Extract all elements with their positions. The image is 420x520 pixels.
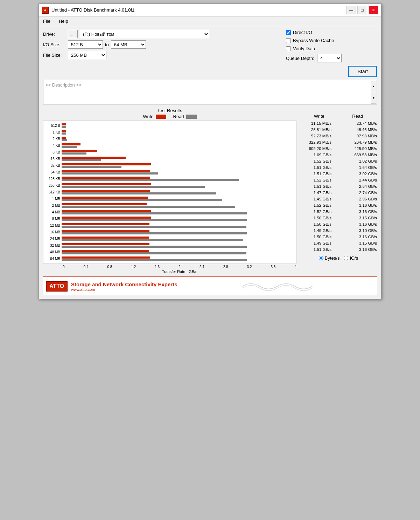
result-read-value: 48.46 MB/s bbox=[345, 128, 377, 132]
result-read-value: 3.10 GB/s bbox=[345, 228, 377, 233]
result-read-value: 23.74 MB/s bbox=[345, 121, 377, 125]
read-bar bbox=[62, 166, 121, 168]
minimize-button[interactable]: — bbox=[346, 6, 356, 14]
result-row: 1.51 GB/s2.64 GB/s bbox=[300, 183, 377, 190]
menu-file[interactable]: File bbox=[42, 18, 52, 25]
chart-container: 512 B1 KB2 KB4 KB8 KB16 KB32 KB64 KB128 … bbox=[43, 121, 296, 264]
bar-pair bbox=[62, 182, 296, 189]
read-bar bbox=[62, 152, 86, 155]
result-write-value: 1.50 GB/s bbox=[300, 216, 331, 220]
controls-row: Drive: ... (F:) Новый том I/O Size: 512 … bbox=[43, 30, 377, 77]
write-bar bbox=[62, 217, 151, 219]
x-axis-container: 00.40.81.21.622.42.83.23.64 Transfer Rat… bbox=[63, 264, 296, 274]
queue-depth-row: Queue Depth: 4 bbox=[286, 54, 377, 62]
direct-io-label[interactable]: Direct I/O bbox=[293, 30, 312, 35]
result-write-value: 1.52 GB/s bbox=[300, 203, 331, 207]
read-bar bbox=[62, 219, 247, 221]
y-label: 32 MB bbox=[43, 242, 60, 249]
drive-label: Drive: bbox=[43, 32, 66, 37]
result-read-value: 3.16 GB/s bbox=[345, 247, 377, 252]
io-label[interactable]: IO/s bbox=[350, 255, 358, 261]
write-bar bbox=[62, 210, 151, 212]
bar-pair bbox=[62, 136, 296, 142]
main-content: Drive: ... (F:) Новый том I/O Size: 512 … bbox=[39, 26, 381, 299]
read-bar bbox=[62, 172, 158, 175]
direct-io-checkbox[interactable] bbox=[286, 30, 291, 35]
result-write-value: 1.52 GB/s bbox=[300, 210, 331, 214]
maximize-button[interactable]: □ bbox=[357, 6, 367, 14]
verify-data-row: Verify Data bbox=[286, 46, 377, 51]
description-area: << Description >> ▲ ▼ bbox=[43, 80, 377, 104]
io-radio-item: IO/s bbox=[344, 255, 358, 261]
io-size-from-select[interactable]: 512 B bbox=[68, 40, 103, 49]
result-row: 1.51 GB/s3.16 GB/s bbox=[300, 246, 377, 253]
drive-select[interactable]: (F:) Новый том bbox=[80, 30, 209, 38]
browse-button[interactable]: ... bbox=[68, 30, 78, 38]
result-write-value: 1.09 GB/s bbox=[300, 153, 331, 157]
scroll-down-button[interactable]: ▼ bbox=[371, 92, 376, 104]
read-bar bbox=[62, 252, 246, 254]
bytes-radio[interactable] bbox=[319, 256, 323, 260]
file-size-select[interactable]: 256 MB bbox=[68, 51, 106, 59]
x-axis-tick: 0 bbox=[63, 265, 65, 269]
bar-pair bbox=[62, 229, 296, 235]
close-button[interactable]: ✕ bbox=[369, 6, 378, 14]
read-bar bbox=[62, 206, 235, 208]
result-read-value: 2.96 GB/s bbox=[345, 197, 377, 201]
result-write-value: 1.45 GB/s bbox=[300, 197, 331, 201]
window-title: Untitled - ATTO Disk Benchmark 4.01.0f1 bbox=[51, 7, 134, 13]
result-row: 609.20 MB/s425.90 MB/s bbox=[300, 145, 377, 152]
result-read-value: 2.74 GB/s bbox=[345, 191, 377, 195]
result-row: 1.52 GB/s3.16 GB/s bbox=[300, 208, 377, 215]
menu-help[interactable]: Help bbox=[57, 18, 70, 25]
result-row: 1.51 GB/s3.02 GB/s bbox=[300, 171, 377, 177]
y-label: 8 MB bbox=[43, 216, 60, 222]
section-title: Test Results bbox=[43, 108, 296, 113]
result-read-value: 1.64 GB/s bbox=[345, 165, 377, 170]
title-controls: — □ ✕ bbox=[346, 6, 378, 14]
y-label: 12 MB bbox=[43, 223, 60, 229]
verify-data-checkbox[interactable] bbox=[286, 46, 291, 51]
result-write-value: 1.52 GB/s bbox=[300, 178, 331, 182]
y-label: 8 KB bbox=[43, 149, 60, 156]
result-row: 322.93 MB/s264.79 MB/s bbox=[300, 139, 377, 145]
x-axis-tick: 4 bbox=[294, 265, 296, 269]
result-write-value: 1.49 GB/s bbox=[300, 228, 331, 233]
write-legend-label: Write bbox=[143, 114, 153, 119]
file-size-row: File Size: 256 MB bbox=[43, 51, 279, 59]
x-axis-tick: 3.2 bbox=[247, 265, 252, 269]
io-size-label: I/O Size: bbox=[43, 42, 66, 47]
result-write-value: 11.15 MB/s bbox=[300, 121, 331, 125]
start-button[interactable]: Start bbox=[348, 66, 377, 77]
x-axis-tick: 3.6 bbox=[271, 265, 275, 269]
read-bar bbox=[62, 246, 247, 248]
io-size-to-select[interactable]: 64 MB bbox=[111, 40, 146, 49]
result-read-value: 1.02 GB/s bbox=[345, 159, 377, 163]
result-row: 1.47 GB/s2.74 GB/s bbox=[300, 190, 377, 196]
result-write-value: 1.47 GB/s bbox=[300, 191, 331, 195]
legend-row: Write Read bbox=[43, 114, 296, 119]
result-read-value: 3.15 GB/s bbox=[345, 241, 377, 245]
result-row: 28.81 MB/s48.46 MB/s bbox=[300, 126, 377, 133]
bypass-cache-checkbox[interactable] bbox=[286, 38, 291, 43]
y-label: 1 MB bbox=[43, 196, 60, 202]
write-legend-swatch bbox=[156, 115, 166, 119]
write-bar bbox=[62, 203, 147, 205]
result-write-value: 322.93 MB/s bbox=[300, 140, 331, 144]
result-read-value: 3.16 GB/s bbox=[345, 222, 377, 226]
read-legend-label: Read bbox=[173, 114, 184, 119]
write-bar bbox=[62, 163, 151, 165]
read-bar bbox=[62, 239, 243, 241]
queue-depth-select[interactable]: 4 bbox=[317, 54, 342, 62]
io-radio[interactable] bbox=[344, 256, 348, 260]
scroll-up-button[interactable]: ▲ bbox=[371, 81, 376, 92]
bars-area bbox=[62, 121, 296, 264]
result-row: 1.50 GB/s3.16 GB/s bbox=[300, 221, 377, 227]
bytes-label[interactable]: Bytes/s bbox=[325, 255, 340, 261]
read-bar bbox=[62, 146, 77, 148]
bar-pair bbox=[62, 162, 296, 169]
verify-data-label[interactable]: Verify Data bbox=[293, 46, 315, 51]
bypass-cache-label[interactable]: Bypass Write Cache bbox=[293, 38, 334, 43]
result-write-value: 609.20 MB/s bbox=[300, 146, 331, 151]
y-label: 128 KB bbox=[43, 176, 60, 182]
